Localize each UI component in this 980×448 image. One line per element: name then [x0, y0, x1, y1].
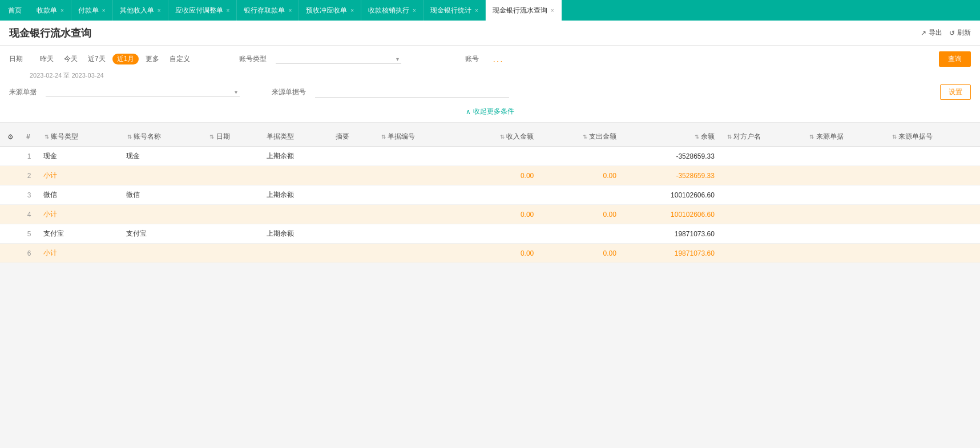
cell-sourceDocNo — [885, 166, 980, 185]
cell-date — [203, 185, 261, 205]
cell-income: 0.00 — [457, 205, 540, 224]
filter-area: 日期 昨天 今天 近7天 近1月 更多 自定义 账号类型 ▾ 账号 ... 查询… — [0, 46, 980, 123]
chevron-down-icon-2: ▾ — [235, 89, 237, 95]
source-doc-label: 来源单据 — [9, 87, 37, 97]
date-btn-1month[interactable]: 近1月 — [112, 54, 139, 64]
cell-gear — [0, 205, 21, 224]
cell-sourceDoc — [802, 224, 885, 244]
nav-tab-5[interactable]: 预收冲应收单 × — [299, 0, 361, 21]
cell-sourceDoc — [802, 166, 885, 185]
account-more-button[interactable]: ... — [493, 54, 503, 64]
close-icon[interactable]: × — [102, 7, 106, 14]
cell-accountType: 小计 — [38, 166, 120, 185]
cell-summary — [330, 166, 374, 185]
nav-tab-1[interactable]: 付款单 × — [71, 0, 113, 21]
nav-home[interactable]: 首页 — [0, 0, 30, 21]
close-icon[interactable]: × — [413, 7, 416, 14]
th-sort-icon: ⇅ — [809, 134, 814, 140]
th-date[interactable]: ⇅ 日期 — [203, 127, 261, 147]
cell-docType: 上期余额 — [261, 224, 330, 244]
cell-sourceDocNo — [885, 205, 980, 224]
th-source-doc[interactable]: ⇅ 来源单据 — [802, 127, 885, 147]
cell-sourceDoc — [802, 147, 885, 166]
query-button[interactable]: 查询 — [939, 51, 971, 67]
cell-income — [457, 185, 540, 205]
th-gear[interactable]: ⚙ — [0, 127, 21, 147]
account-label: 账号 — [465, 54, 483, 64]
close-icon[interactable]: × — [288, 7, 292, 14]
cell-balance: 100102606.60 — [622, 205, 720, 224]
close-icon[interactable]: × — [350, 7, 354, 14]
cell-counterparty — [720, 205, 803, 224]
source-doc-num-input[interactable] — [315, 87, 509, 98]
cell-sourceDocNo — [885, 185, 980, 205]
th-counterparty[interactable]: ⇅ 对方户名 — [720, 127, 803, 147]
cell-summary — [330, 224, 374, 244]
th-sort-icon: ⇅ — [695, 134, 699, 140]
th-expense[interactable]: ⇅ 支出金额 — [539, 127, 622, 147]
table-row: 4小计0.000.00100102606.60 — [0, 205, 980, 224]
th-income[interactable]: ⇅ 收入金额 — [457, 127, 540, 147]
th-account-name[interactable]: ⇅ 账号名称 — [120, 127, 203, 147]
account-type-select[interactable]: ▾ — [276, 55, 401, 64]
cell-accountName: 支付宝 — [120, 224, 203, 244]
refresh-button[interactable]: ↺ 刷新 — [949, 28, 971, 38]
cell-counterparty — [720, 185, 803, 205]
cell-accountType: 小计 — [38, 205, 120, 224]
cell-accountName: 现金 — [120, 147, 203, 166]
nav-tab-6[interactable]: 收款核销执行 × — [361, 0, 424, 21]
cell-index: 1 — [21, 147, 38, 166]
cell-summary — [330, 205, 374, 224]
date-btn-more[interactable]: 更多 — [142, 54, 163, 64]
cell-expense: 0.00 — [539, 166, 622, 185]
cell-docNo — [374, 166, 457, 185]
cell-gear — [0, 166, 21, 185]
cell-docNo — [374, 147, 457, 166]
date-btn-today[interactable]: 今天 — [61, 54, 81, 64]
date-btn-yesterday[interactable]: 昨天 — [37, 54, 57, 64]
table-row: 5支付宝支付宝上期余额19871073.60 — [0, 224, 980, 244]
cell-docType: 上期余额 — [261, 147, 330, 166]
nav-tab-2[interactable]: 其他收入单 × — [113, 0, 168, 21]
cell-balance: 100102606.60 — [622, 185, 720, 205]
close-icon[interactable]: × — [551, 7, 554, 14]
export-button[interactable]: ↗ 导出 — [921, 28, 942, 38]
nav-tab-3[interactable]: 应收应付调整单 × — [168, 0, 237, 21]
cell-balance: -3528659.33 — [622, 147, 720, 166]
source-doc-select[interactable]: ▾ — [46, 88, 240, 97]
nav-tab-0[interactable]: 收款单 × — [30, 0, 71, 21]
nav-tab-4[interactable]: 银行存取款单 × — [237, 0, 299, 21]
cell-accountType: 支付宝 — [38, 224, 120, 244]
close-icon[interactable]: × — [61, 7, 64, 14]
date-filter-label: 日期 — [9, 54, 27, 64]
th-balance[interactable]: ⇅ 余额 — [622, 127, 720, 147]
date-btn-custom[interactable]: 自定义 — [166, 54, 193, 64]
close-icon[interactable]: × — [158, 7, 161, 14]
cell-docType — [261, 205, 330, 224]
close-icon[interactable]: × — [227, 7, 230, 14]
th-doc-no[interactable]: ⇅ 单据编号 — [374, 127, 457, 147]
close-icon[interactable]: × — [475, 7, 478, 14]
cell-sourceDoc — [802, 185, 885, 205]
export-icon: ↗ — [921, 29, 926, 37]
nav-tab-7[interactable]: 现金银行统计 × — [424, 0, 486, 21]
table-row: 3微信微信上期余额100102606.60 — [0, 185, 980, 205]
collapse-bar[interactable]: ∧ 收起更多条件 — [9, 104, 971, 119]
th-source-doc-no[interactable]: ⇅ 来源单据号 — [885, 127, 980, 147]
cell-expense: 0.00 — [539, 244, 622, 263]
th-sort-icon: ⇅ — [892, 134, 897, 140]
th-account-type[interactable]: ⇅ 账号类型 — [38, 127, 120, 147]
nav-tab-8[interactable]: 现金银行流水查询 × — [486, 0, 562, 21]
date-btn-7days[interactable]: 近7天 — [84, 54, 109, 64]
cell-docType — [261, 166, 330, 185]
cell-income: 0.00 — [457, 244, 540, 263]
cell-docNo — [374, 185, 457, 205]
cell-docType — [261, 244, 330, 263]
collapse-icon: ∧ — [466, 108, 471, 116]
cell-date — [203, 205, 261, 224]
cell-expense — [539, 185, 622, 205]
setting-button[interactable]: 设置 — [940, 84, 971, 100]
cell-expense — [539, 147, 622, 166]
cell-docType: 上期余额 — [261, 185, 330, 205]
cell-sourceDocNo — [885, 224, 980, 244]
